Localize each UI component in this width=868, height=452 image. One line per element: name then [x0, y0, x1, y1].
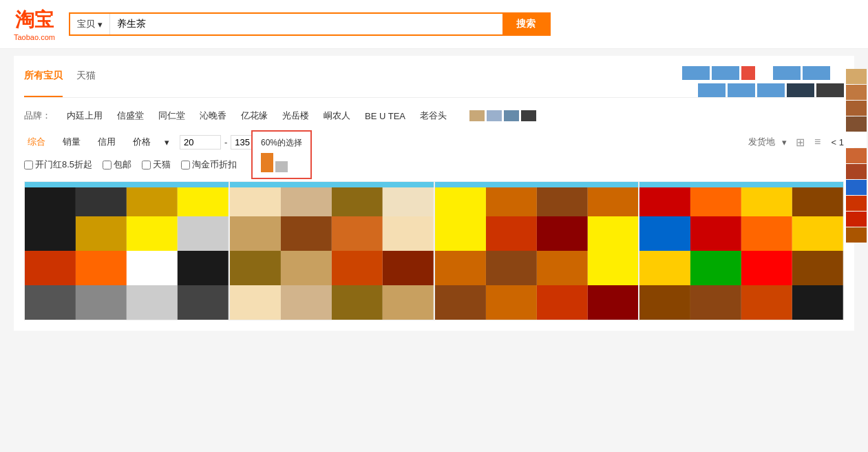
tab-tmall[interactable]: 天猫	[76, 66, 96, 97]
product-card-4[interactable]	[639, 181, 844, 320]
logo-text: 淘宝	[15, 7, 54, 33]
rs-swatch-5[interactable]	[846, 148, 867, 163]
checkbox-gold-coin-input[interactable]	[181, 161, 190, 170]
brand-item-4[interactable]: 亿花缘	[235, 108, 273, 123]
checkbox-discount-input[interactable]	[24, 161, 33, 170]
rs-swatch-9[interactable]	[846, 212, 867, 227]
top-bar-4	[639, 182, 843, 187]
brand-item-3[interactable]: 沁晚香	[194, 108, 232, 123]
svg-rect-12	[25, 285, 76, 320]
brand-item-2[interactable]: 同仁堂	[153, 108, 191, 123]
brand-filter-label: 品牌：	[24, 110, 51, 122]
color-swatch[interactable]	[712, 66, 739, 80]
search-input[interactable]	[110, 14, 502, 34]
product-image-4	[639, 182, 843, 320]
rs-swatch-6[interactable]	[846, 164, 867, 179]
color-swatch[interactable]	[803, 66, 830, 80]
svg-rect-27	[383, 251, 434, 285]
price-min-input[interactable]	[180, 135, 221, 150]
svg-rect-28	[230, 285, 281, 320]
color-swatch[interactable]	[757, 83, 785, 97]
svg-rect-44	[435, 285, 486, 320]
color-swatch[interactable]	[741, 66, 755, 80]
svg-rect-26	[332, 251, 383, 285]
svg-rect-57	[690, 251, 741, 285]
color-swatch[interactable]	[816, 83, 844, 97]
sort-price[interactable]: 价格	[129, 134, 154, 150]
rs-swatch-4[interactable]	[846, 116, 867, 132]
svg-rect-15	[178, 285, 229, 320]
main-content: 所有宝贝 天猫 品牌： 内廷上用 信盛堂	[14, 56, 854, 331]
color-palette-area	[682, 66, 844, 97]
svg-rect-56	[639, 251, 690, 285]
rs-swatch-3[interactable]	[846, 101, 867, 116]
rs-swatch-7[interactable]	[846, 180, 867, 195]
tooltip-text: 60%的选择	[261, 137, 302, 149]
swatch-blue[interactable]	[487, 110, 502, 121]
product-card-1[interactable]	[24, 181, 229, 320]
svg-rect-29	[281, 285, 332, 320]
tabs: 所有宝贝 天猫	[24, 66, 844, 98]
checkbox-free-shipping[interactable]: 包邮	[103, 158, 131, 171]
checkbox-tmall-input[interactable]	[142, 161, 151, 170]
checkbox-discount[interactable]: 开门红8.5折起	[24, 158, 92, 171]
search-category-label: 宝贝	[77, 18, 95, 30]
svg-rect-40	[435, 251, 486, 285]
ship-from-dropdown-icon[interactable]: ▾	[782, 137, 787, 147]
sort-sales[interactable]: 销量	[59, 134, 84, 150]
product-card-3[interactable]	[434, 181, 639, 320]
svg-rect-54	[741, 216, 792, 251]
svg-rect-22	[332, 216, 383, 251]
rs-swatch-1[interactable]	[846, 69, 867, 84]
color-swatch[interactable]	[787, 83, 814, 97]
svg-rect-46	[536, 285, 587, 320]
product-card-2[interactable]	[229, 181, 434, 320]
swatch-darkblue[interactable]	[504, 110, 519, 121]
list-view-icon[interactable]: ≡	[811, 136, 825, 147]
checkbox-tmall[interactable]: 天猫	[142, 158, 171, 171]
product-pixel-art-1	[25, 182, 229, 320]
swatch-dark[interactable]	[521, 110, 536, 121]
brand-item-7[interactable]: BE U TEA	[359, 110, 411, 123]
grid-view-icon[interactable]: ⊞	[794, 136, 807, 147]
checkbox-gold-coin[interactable]: 淘金币折扣	[181, 158, 237, 171]
brand-item-1[interactable]: 信盛堂	[112, 108, 149, 123]
search-category-selector[interactable]: 宝贝 ▾	[70, 14, 110, 34]
sort-credit[interactable]: 信用	[94, 134, 119, 150]
rs-swatch-8[interactable]	[846, 196, 867, 211]
svg-rect-20	[230, 216, 281, 251]
page-info[interactable]: < 1	[832, 137, 844, 147]
tab-all-items[interactable]: 所有宝贝	[24, 66, 63, 97]
svg-rect-24	[230, 251, 281, 285]
svg-rect-39	[587, 216, 638, 251]
brand-item-6[interactable]: 峒农人	[318, 108, 356, 123]
color-swatch[interactable]	[698, 83, 726, 97]
color-swatch[interactable]	[682, 66, 710, 80]
top-bar-3	[435, 182, 639, 187]
color-swatch[interactable]	[773, 66, 801, 80]
checkbox-free-shipping-input[interactable]	[103, 161, 112, 170]
swatch-beige[interactable]	[469, 110, 485, 121]
brand-item-8[interactable]: 老谷头	[414, 108, 452, 123]
search-button[interactable]: 搜索	[502, 14, 549, 34]
svg-rect-47	[587, 285, 638, 320]
product-pixel-art-2	[230, 182, 434, 320]
product-pixel-art-4	[639, 182, 843, 320]
sort-comprehensive[interactable]: 综合	[24, 134, 49, 150]
brand-item-0[interactable]: 内廷上用	[61, 108, 108, 123]
svg-rect-9	[76, 251, 127, 285]
color-swatch[interactable]	[728, 83, 755, 97]
price-tooltip-popup: 60%的选择	[251, 130, 312, 179]
svg-rect-25	[281, 251, 332, 285]
brand-item-5[interactable]: 光岳楼	[277, 108, 315, 123]
svg-rect-14	[127, 285, 178, 320]
checkbox-tmall-label: 天猫	[153, 158, 171, 171]
svg-rect-30	[332, 285, 383, 320]
product-pixel-art-3	[435, 182, 639, 320]
rs-swatch-10[interactable]	[846, 227, 867, 243]
spacer	[682, 83, 696, 90]
rs-swatch-spacer	[846, 132, 867, 147]
top-bar-1	[25, 182, 229, 187]
rs-swatch-2[interactable]	[846, 85, 867, 100]
bar-gray	[275, 161, 288, 172]
